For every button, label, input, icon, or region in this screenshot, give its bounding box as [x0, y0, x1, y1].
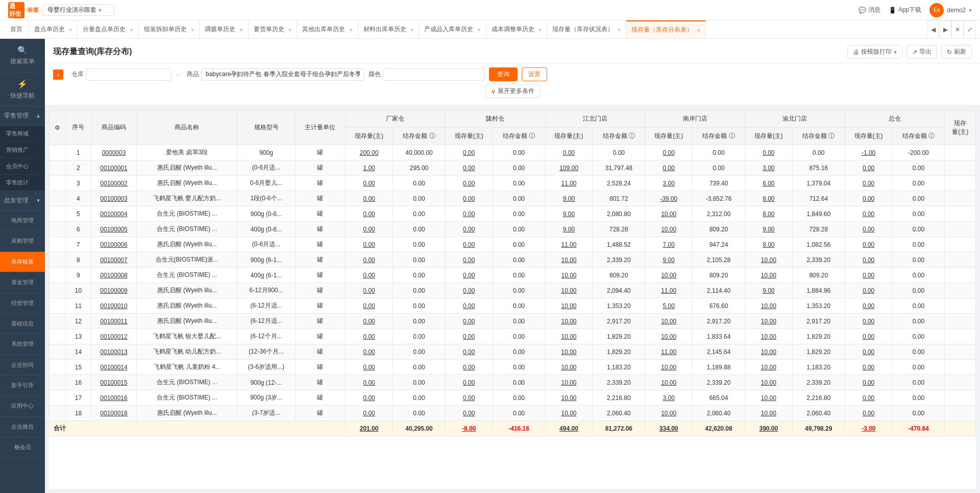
tab-cost-adjust[interactable]: 成本调整单历史 × [486, 20, 547, 39]
code-link[interactable]: 00100003 [91, 191, 136, 206]
close-icon[interactable]: × [538, 27, 542, 33]
refresh-button[interactable]: ↻ 刷新 [941, 45, 972, 59]
tab-combo[interactable]: 组装拆卸单历史 × [139, 20, 200, 39]
warehouse-input[interactable] [86, 68, 172, 81]
sidebar-item-vip[interactable]: 畅会员 [0, 437, 45, 458]
filter-warehouse: 仓库 ··· [71, 68, 183, 81]
table-row: 11 00100010 惠氏启醒 (Wyeth illu... (6-12月适.… [50, 298, 976, 314]
setting-button[interactable]: 设置 [522, 67, 547, 81]
footer-ridge-stock[interactable]: -8.00 [445, 421, 493, 436]
sidebar-item-quicknav[interactable]: ⚡ 快捷导航 [0, 73, 45, 106]
sidebar-item-inventory[interactable]: 库存核算 [0, 252, 45, 272]
sidebar-item-member[interactable]: 会员中心 [0, 158, 45, 175]
footer-ng-stock[interactable]: 334.00 [645, 421, 693, 436]
code-link[interactable]: 00100011 [91, 314, 136, 329]
tab-stock-dist[interactable]: 现存量（库存分布表） × [626, 20, 705, 39]
user-area[interactable]: Ea demo2 ▾ [929, 3, 972, 17]
tab-other-out[interactable]: 其他出库单历史 × [297, 20, 358, 39]
code-link[interactable]: 00100004 [91, 206, 136, 222]
close-icon[interactable]: × [239, 27, 242, 33]
code-link[interactable]: 00100005 [91, 222, 136, 237]
tab-next-button[interactable]: ▶ [939, 20, 951, 39]
tab-requisition[interactable]: 要货单历史 × [249, 20, 297, 39]
tab-transfer[interactable]: 调拨单历史 × [200, 20, 248, 39]
code-link[interactable]: 0000003 [91, 145, 136, 160]
sidebar-item-ecom[interactable]: 电商管理 [0, 210, 45, 231]
chevron-down-icon: ▼ [36, 197, 41, 204]
tab-home[interactable]: 首页 [4, 20, 29, 39]
close-icon[interactable]: × [69, 27, 72, 33]
code-link[interactable]: 00100001 [91, 160, 136, 176]
close-icon[interactable]: × [349, 27, 352, 33]
industry-select[interactable]: 母婴行业演示陈套 ▾ [43, 4, 114, 16]
filter-row-1: › 仓库 ··· 商品 颜色 查询 设置 [53, 67, 972, 81]
export-button[interactable]: ↗ 导出 [906, 45, 937, 59]
print-button[interactable]: 🖨 按模版打印 ▾ [847, 45, 902, 59]
expand-button[interactable]: ∨ 展开更多条件 [485, 84, 540, 98]
tab-close-all-button[interactable]: ✕ [951, 20, 964, 39]
footer-yb-stock[interactable]: 390.00 [745, 421, 792, 436]
code-link[interactable]: 00100015 [91, 375, 136, 390]
sidebar-item-system[interactable]: 系统管理 [0, 334, 45, 355]
footer-row: 合计 201.00 40,295.00 -8.00 -416.16 494.00… [50, 421, 976, 436]
sidebar-item-finance[interactable]: 资金管理 [0, 272, 45, 293]
sidebar-item-wholesale[interactable]: 批发管理 ▼ [0, 191, 45, 210]
sidebar-item-marketing[interactable]: 营销推广 [0, 142, 45, 158]
close-icon[interactable]: × [618, 27, 621, 33]
table-row: 2 00100001 惠氏启醒 (Wyeth illu... (0-6月适...… [50, 160, 976, 176]
code-link[interactable]: 00100012 [91, 329, 136, 344]
footer-total-stock[interactable]: -3.00 [845, 421, 892, 436]
close-icon[interactable]: × [130, 27, 133, 33]
app-download-button[interactable]: 📱 App下载 [889, 6, 921, 14]
table-row: 9 00100008 合生元 (BIOSTIME) ... 400g (6-1.… [50, 268, 976, 283]
sidebar-item-purchase[interactable]: 采购管理 [0, 231, 45, 251]
th-group-ridge: 陇村仓 [445, 110, 545, 128]
tab-expand-button[interactable]: ⤢ [964, 20, 976, 39]
close-icon[interactable]: × [477, 27, 480, 33]
code-link[interactable]: 00100010 [91, 298, 136, 314]
tab-inventory-count[interactable]: 盘点单历史 × [29, 20, 78, 39]
footer-yb-bal: 49,798.29 [792, 421, 845, 436]
th-yb-stock: 现存量(主) [745, 128, 792, 145]
code-link[interactable]: 00100016 [91, 390, 136, 406]
query-button[interactable]: 查询 [489, 67, 518, 81]
collapse-button[interactable]: › [53, 69, 63, 80]
msg-button[interactable]: 💬 消息 [859, 6, 880, 14]
goods-input[interactable] [201, 68, 364, 81]
th-settings[interactable]: ⚙ [50, 110, 66, 145]
footer-jb-stock[interactable]: 494.00 [545, 421, 593, 436]
close-icon[interactable]: × [697, 27, 700, 33]
tab-material-out[interactable]: 材料出库单历史 × [358, 20, 419, 39]
sidebar-item-retail-stats[interactable]: 零售统计 [0, 175, 45, 191]
sidebar-item-guide[interactable]: 新手引导 [0, 375, 45, 396]
code-link[interactable]: 00100018 [91, 406, 136, 421]
footer-cur [945, 421, 976, 436]
sidebar-item-wechat[interactable]: 企业微信 [0, 417, 45, 437]
sidebar-item-search[interactable]: 🔍 搜索英单 [0, 39, 45, 73]
close-icon[interactable]: × [410, 27, 413, 33]
footer-total-bal: -470.64 [892, 421, 945, 436]
code-link[interactable]: 00100013 [91, 344, 136, 360]
code-link[interactable]: 00100008 [91, 268, 136, 283]
close-icon[interactable]: × [288, 27, 291, 33]
sidebar-item-basic[interactable]: 基础信息 [0, 314, 45, 334]
code-link[interactable]: 00100009 [91, 283, 136, 298]
color-input[interactable] [383, 68, 485, 81]
sidebar-item-ops[interactable]: 经营管理 [0, 293, 45, 314]
th-code: 商品编码 [91, 110, 136, 145]
tab-stock-status[interactable]: 现存量（库存状况表） × [547, 20, 626, 39]
th-fac-bal: 结存金额 ⓘ [393, 128, 446, 145]
footer-fac-stock[interactable]: 201.00 [346, 421, 393, 436]
code-link[interactable]: 00100002 [91, 176, 136, 191]
code-link[interactable]: 00100014 [91, 360, 136, 375]
sidebar-item-retail-mall[interactable]: 零售商城 [0, 126, 45, 142]
tab-prev-button[interactable]: ◀ [927, 20, 939, 39]
sidebar-item-enterprise[interactable]: 企业协同 [0, 355, 45, 375]
close-icon[interactable]: × [191, 27, 194, 33]
tab-finished-in[interactable]: 产成品入库单历史 × [419, 20, 486, 39]
tab-sub-inventory[interactable]: 分量盘点单历史 × [78, 20, 138, 39]
code-link[interactable]: 00100007 [91, 252, 136, 268]
sidebar-item-apps[interactable]: 应用中心 [0, 396, 45, 416]
sidebar-item-retail[interactable]: 零售管理 ▲ [0, 106, 45, 126]
code-link[interactable]: 00100006 [91, 237, 136, 252]
